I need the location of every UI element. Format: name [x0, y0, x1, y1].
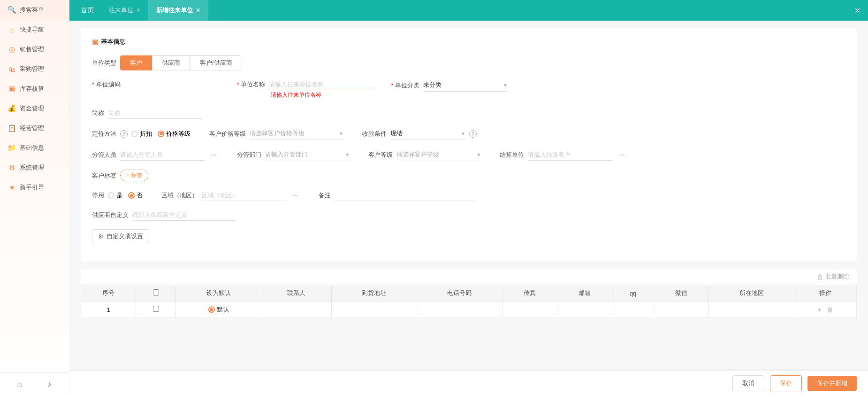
supervisor-more-btn[interactable]: ···: [208, 151, 218, 159]
sidebar-item-system[interactable]: ⚙ 系统管理: [0, 158, 69, 178]
col-action: 操作: [794, 285, 857, 302]
radio-no-label: 否: [137, 191, 143, 200]
disabled-radio-group: 是 否: [108, 191, 143, 200]
radio-no-circle: [128, 192, 135, 199]
sidebar-bottom-home[interactable]: ⌂: [13, 377, 27, 391]
sales-icon: ◎: [8, 45, 16, 54]
supplier-custom-field: 供应商自定义: [92, 210, 236, 221]
unit-type-both[interactable]: 客户/供应商: [190, 55, 242, 70]
radio-level-circle: [158, 131, 164, 137]
sidebar-item-inventory[interactable]: ▣ 库存核算: [0, 79, 69, 99]
header-checkbox[interactable]: [153, 289, 159, 295]
pricing-help-icon[interactable]: ?: [120, 130, 128, 138]
unit-name-field: 单位名称: [237, 79, 373, 90]
department-select[interactable]: 请输入分管部门 ▼: [265, 148, 350, 161]
sidebar-item-guide[interactable]: ★ 新手引导: [0, 178, 69, 197]
note-input[interactable]: [335, 190, 475, 201]
customer-price-level-select[interactable]: 请选择客户价格等级 ▼: [250, 127, 343, 140]
inventory-icon: ▣: [8, 85, 16, 93]
purchase-icon: 🛍: [8, 65, 16, 73]
add-row-btn[interactable]: +: [818, 306, 822, 313]
contact-table-area: 🗑 批量删除 序号 设为默认 联系人 到货地址 电话号码 传真: [81, 269, 857, 318]
pricing-row: 定价方法 ? 折扣 价格等级 客户价格等级: [92, 127, 845, 140]
settlement-unit-input[interactable]: [528, 149, 612, 161]
supplier-custom-input[interactable]: [132, 210, 236, 221]
close-all-tabs[interactable]: ✕: [851, 6, 864, 15]
settlement-unit-field: 结算单位 ···: [500, 149, 626, 161]
customer-tag-label: 客户标签: [92, 171, 116, 180]
cell-default: 默认: [176, 302, 261, 318]
payment-terms-select[interactable]: 现结 ▼: [390, 127, 465, 140]
table-header-row: 序号 设为默认 联系人 到货地址 电话号码 传真 邮箱 qq 微信 所在地区: [81, 285, 857, 302]
pricing-radio-level[interactable]: 价格等级: [158, 130, 190, 138]
cancel-button[interactable]: 取消: [732, 375, 764, 391]
supervisor-row: 分管人员 ··· 分管部门 请输入分管部门 ▼ 客户等级 请选择客户等级: [92, 148, 845, 161]
tab-home[interactable]: 首页: [73, 6, 101, 15]
payment-terms-value: 现结: [390, 129, 459, 138]
disabled-label: 停用: [92, 191, 104, 200]
tabs-bar: 首页 往来单位 ✕ 新增往来单位 ✕ ✕: [69, 0, 868, 21]
settlement-unit-more-btn[interactable]: ···: [616, 151, 626, 159]
supervisor-input[interactable]: [120, 149, 205, 161]
sidebar-item-sales[interactable]: ◎ 销售管理: [0, 39, 69, 59]
unit-code-field: 单位编码 000009: [92, 79, 218, 90]
custom-settings-row: ⚙ 自定义项设置: [92, 229, 845, 243]
home-icon: ⌂: [8, 25, 16, 34]
row-radio-circle: [208, 306, 215, 313]
tab-new-partner[interactable]: 新增往来单位 ✕: [149, 0, 208, 21]
sidebar-item-finance[interactable]: 💰 资金管理: [0, 99, 69, 118]
unit-category-select[interactable]: 未分类 ▼: [423, 79, 508, 92]
region-input[interactable]: [202, 190, 286, 201]
sidebar-item-basic[interactable]: 📁 基础信息: [0, 138, 69, 158]
sidebar-item-search[interactable]: 🔍 搜索菜单: [0, 0, 69, 20]
region-label: 区域（地区）: [161, 191, 198, 200]
unit-type-label: 单位类型: [92, 59, 116, 67]
note-field: 备注: [319, 190, 475, 201]
col-default: 设为默认: [176, 285, 261, 302]
finance-icon: 💰: [8, 104, 16, 113]
region-more-btn[interactable]: ···: [290, 191, 300, 200]
cell-contact: [261, 302, 332, 318]
payment-help-icon[interactable]: ?: [469, 130, 477, 138]
save-button[interactable]: 保存: [770, 375, 802, 391]
payment-terms-field: 收款条件 现结 ▼ ?: [362, 127, 477, 140]
pricing-method-field: 定价方法 ? 折扣 价格等级: [92, 130, 190, 138]
customer-level-select[interactable]: 请选择客户等级 ▼: [396, 148, 481, 161]
sidebar-bottom-music[interactable]: ♪: [42, 377, 56, 391]
chevron-down-icon: ▼: [503, 83, 508, 88]
sidebar-item-quicknav[interactable]: ⌂ 快捷导航: [0, 20, 69, 39]
col-wechat: 微信: [654, 285, 708, 302]
footer: 取消 保存 保存并新增: [69, 370, 868, 396]
tab-new-partner-close[interactable]: ✕: [196, 7, 200, 14]
tab-partner-close[interactable]: ✕: [136, 7, 141, 14]
pricing-radio-discount[interactable]: 折扣: [131, 130, 152, 138]
short-name-input[interactable]: [108, 108, 202, 119]
disabled-radio-no[interactable]: 否: [128, 191, 143, 200]
customer-price-level-label: 客户价格等级: [209, 130, 246, 138]
row-checkbox[interactable]: [153, 306, 159, 312]
short-name-label: 简称: [92, 109, 104, 117]
unit-code-label: 单位编码: [92, 80, 121, 89]
delete-row-btn[interactable]: 🗑: [827, 306, 833, 313]
unit-name-label: 单位名称: [237, 80, 266, 89]
row-default-label: 默认: [217, 305, 229, 314]
custom-settings-button[interactable]: ⚙ 自定义项设置: [92, 229, 149, 243]
guide-icon: ★: [8, 183, 16, 192]
unit-type-supplier[interactable]: 供应商: [152, 55, 190, 70]
sidebar-item-purchase[interactable]: 🛍 采购管理: [0, 59, 69, 79]
disabled-radio-yes[interactable]: 是: [108, 191, 122, 200]
radio-level-label: 价格等级: [166, 130, 190, 138]
add-tag-button[interactable]: + 标签: [120, 170, 148, 181]
unit-name-input[interactable]: [269, 79, 372, 90]
sidebar-item-operations[interactable]: 📋 经营管理: [0, 118, 69, 138]
unit-code-input[interactable]: 000009: [124, 79, 218, 90]
region-field: 区域（地区） ···: [161, 190, 300, 201]
tab-partner[interactable]: 往来单位 ✕: [101, 0, 149, 21]
col-fax: 传真: [502, 285, 557, 302]
settings-icon: ⚙: [98, 233, 104, 240]
save-new-button[interactable]: 保存并新增: [807, 376, 857, 391]
unit-type-customer[interactable]: 客户: [120, 55, 152, 70]
batch-delete-button[interactable]: 🗑 批量删除: [817, 272, 849, 281]
row-default-radio[interactable]: 默认: [181, 305, 256, 314]
short-name-field: 简称: [92, 108, 202, 119]
